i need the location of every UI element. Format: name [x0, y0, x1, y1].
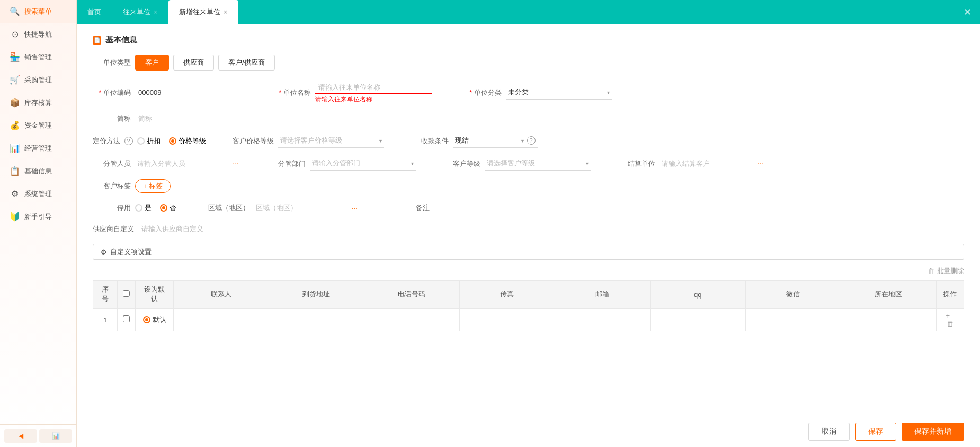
region-dots-btn[interactable]: ··· [349, 203, 360, 213]
row-wechat-input[interactable] [751, 316, 835, 324]
supplier-custom-row: 供应商自定义 [93, 223, 964, 235]
dept-select[interactable]: 请输入分管部门 ▾ [310, 156, 416, 171]
customer-price-label: 客户价格等级 [233, 136, 278, 146]
tab-close-contact[interactable]: × [154, 8, 157, 16]
row-add-btn[interactable]: + [946, 312, 950, 320]
abbr-input[interactable] [135, 112, 241, 125]
tags-row: 客户标签 + 标签 [93, 179, 964, 193]
table-col-8: qq [650, 281, 745, 309]
save-new-button[interactable]: 保存并新增 [902, 423, 964, 441]
tab-new-contact[interactable]: 新增往来单位 × [168, 0, 238, 24]
custom-settings-button[interactable]: ⚙ 自定义项设置 [93, 244, 964, 260]
unit-code-input[interactable] [135, 86, 241, 99]
manager-dots-btn[interactable]: ··· [230, 158, 241, 169]
manager-row: 分管人员 ··· 分管部门 请输入分管部门 ▾ 客户等级 请选择客户等级 ▾ 结… [93, 156, 964, 171]
row-default-radio[interactable] [143, 316, 150, 323]
sidebar-item-search[interactable]: 🔍搜索菜单 [0, 0, 76, 23]
unit-info-row: 单位编码 单位名称 请输入往来单位名称 单位分类 未分类 ▾ [93, 81, 964, 104]
row-region-input[interactable] [847, 316, 931, 324]
customer-price-select[interactable]: 请选择客户价格等级 ▾ [278, 134, 384, 148]
row-contact[interactable] [174, 309, 269, 331]
sidebar-item-inventory[interactable]: 📦库存核算 [0, 91, 76, 114]
bottom-bar: 取消 保存 保存并新增 [77, 416, 980, 447]
sidebar-item-purchase[interactable]: 🛒采购管理 [0, 68, 76, 91]
disabled-radio-no[interactable]: 否 [160, 203, 176, 213]
row-default-label: 默认 [153, 315, 166, 325]
unit-name-field: 请输入往来单位名称 [315, 81, 432, 104]
sidebar-item-system[interactable]: ⚙系统管理 [0, 182, 76, 205]
sidebar-item-quicknav[interactable]: ⊙快捷导航 [0, 23, 76, 46]
unit-type-both-button[interactable]: 客户/供应商 [218, 55, 275, 71]
unit-type-supplier-button[interactable]: 供应商 [173, 55, 214, 71]
sidebar-footer: ◀ 📊 [0, 424, 76, 447]
settlement-input[interactable] [660, 157, 755, 170]
disabled-radio-yes[interactable]: 是 [135, 203, 152, 213]
unit-type-buttons: 客户供应商客户/供应商 [135, 55, 275, 71]
pricing-radio-label-price_level: 价格等级 [179, 136, 206, 146]
unit-type-customer-button[interactable]: 客户 [135, 55, 169, 71]
table-col-10: 所在地区 [841, 281, 936, 309]
row-delete-btn[interactable]: 🗑 [947, 320, 954, 328]
unit-category-select[interactable]: 未分类 ▾ [506, 85, 612, 100]
pricing-help-icon[interactable]: ? [124, 137, 133, 145]
region-input[interactable] [254, 201, 349, 214]
pricing-radio-price_level[interactable]: 价格等级 [169, 136, 206, 146]
tab-bar-close-btn[interactable]: ✕ [964, 6, 972, 18]
sidebar-item-operations[interactable]: 📊经营管理 [0, 137, 76, 160]
inventory-icon: 📦 [10, 98, 20, 108]
sidebar-label-operations: 经营管理 [24, 144, 52, 153]
save-button[interactable]: 保存 [855, 423, 896, 441]
remark-input[interactable] [434, 201, 593, 214]
row-checkbox[interactable] [123, 315, 130, 322]
disabled-radio-label-yes: 是 [145, 203, 152, 213]
disabled-radios: 是否 [135, 203, 176, 213]
sidebar-stats-btn[interactable]: 📊 [39, 429, 72, 443]
add-tag-button[interactable]: + 标签 [135, 179, 171, 193]
row-contact-input[interactable] [179, 316, 263, 324]
table-col-2: 设为默认 [136, 281, 174, 309]
unit-name-input[interactable] [315, 81, 432, 94]
tab-home[interactable]: 首页 [77, 0, 112, 24]
sales-icon: 🏪 [10, 52, 20, 62]
sidebar-item-finance[interactable]: 💰资金管理 [0, 114, 76, 137]
system-icon: ⚙ [10, 189, 20, 199]
row-region[interactable] [841, 309, 936, 331]
row-phone[interactable] [364, 309, 459, 331]
row-fax-input[interactable] [465, 316, 549, 324]
row-email[interactable] [555, 309, 650, 331]
customer-level-select[interactable]: 请选择客户等级 ▾ [485, 156, 591, 171]
tab-contact[interactable]: 往来单位 × [112, 0, 168, 24]
unit-category-value: 未分类 [508, 87, 607, 97]
sidebar-item-basicinfo[interactable]: 📋基础信息 [0, 160, 76, 182]
dept-placeholder: 请输入分管部门 [312, 159, 411, 168]
row-address[interactable] [269, 309, 364, 331]
batch-delete-area: 🗑 批量删除 [93, 266, 964, 276]
payment-select[interactable]: 现结 ▾ ? [453, 134, 538, 148]
manager-field: ··· [135, 157, 241, 170]
row-email-input[interactable] [560, 316, 645, 324]
settlement-label: 结算单位 [617, 159, 660, 169]
sidebar-item-sales[interactable]: 🏪销售管理 [0, 46, 76, 68]
sidebar-item-newguide[interactable]: 🔰新手引导 [0, 205, 76, 228]
settlement-dots-btn[interactable]: ··· [755, 158, 765, 169]
payment-help-icon[interactable]: ? [527, 136, 536, 145]
tab-close-new-contact[interactable]: × [224, 8, 227, 16]
unit-type-label: 单位类型 [93, 58, 135, 67]
row-fax[interactable] [459, 309, 555, 331]
cancel-button[interactable]: 取消 [808, 423, 850, 441]
row-wechat[interactable] [745, 309, 841, 331]
row-address-input[interactable] [274, 316, 359, 324]
row-checkbox-cell[interactable] [118, 309, 136, 331]
pricing-radio-discount[interactable]: 折扣 [137, 136, 161, 146]
table-select-all[interactable] [123, 290, 130, 297]
disabled-radio-label-no: 否 [170, 203, 176, 213]
batch-delete-label[interactable]: 批量删除 [937, 266, 964, 276]
row-phone-input[interactable] [370, 316, 454, 324]
row-qq-input[interactable] [656, 316, 740, 324]
row-qq[interactable] [650, 309, 745, 331]
manager-input[interactable] [135, 157, 230, 170]
supplier-custom-input[interactable] [138, 223, 244, 235]
remark-label: 备注 [391, 203, 434, 213]
row-seq: 1 [93, 309, 118, 331]
sidebar-collapse-btn[interactable]: ◀ [4, 429, 37, 443]
